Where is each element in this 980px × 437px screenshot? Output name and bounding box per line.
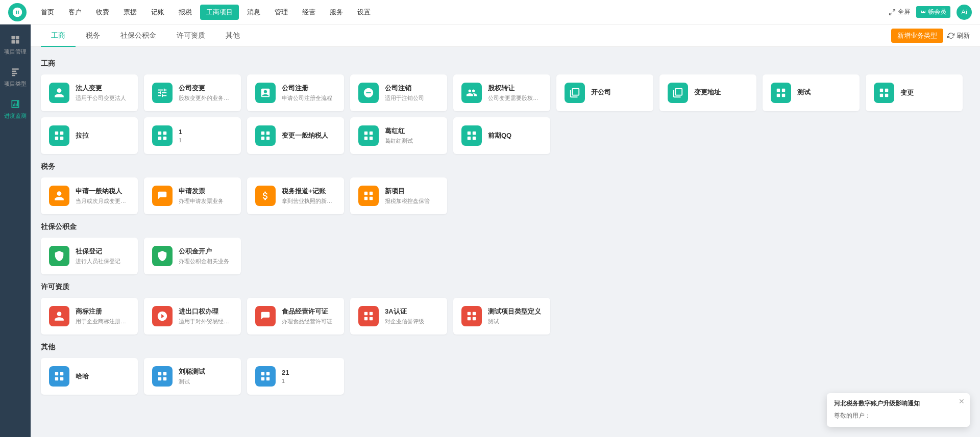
card-kai-gongsi[interactable]: 开公司 xyxy=(556,74,653,111)
svg-rect-55 xyxy=(261,372,264,375)
gongshang-cards: 法人变更 适用于公司变更法人 公司变更 股权变更外的业务变更 公司注册 xyxy=(41,74,970,154)
card-guquan-zhuanrang[interactable]: 股权转让 公司变更需要股权转让 xyxy=(453,74,550,111)
card-text-fazhi: 法人变更 适用于公司变更法人 xyxy=(76,84,130,102)
card-text-qianqi: 前期QQ xyxy=(488,131,542,140)
sidebar-item-project-management[interactable]: 项目管理 xyxy=(0,29,31,61)
card-biangeng-dizhi[interactable]: 变更地址 xyxy=(659,74,756,111)
card-desc: 拿到营业执照的新公司 xyxy=(282,197,336,205)
card-icon-baodao xyxy=(255,186,276,206)
card-gongsi-zhuxiao[interactable]: 公司注销 适用于注销公司 xyxy=(350,74,447,111)
nav-billing[interactable]: 收费 xyxy=(90,5,115,20)
card-jinchuko[interactable]: 进出口权办理 适用于对外贸易经营者 xyxy=(144,298,241,335)
card-qianqi-qq[interactable]: 前期QQ xyxy=(453,117,550,154)
card-shuiwu-baodao[interactable]: 税务报道+记账 拿到营业执照的新公司 xyxy=(247,177,344,214)
card-desc: 适用于公司变更法人 xyxy=(76,94,130,102)
svg-rect-9 xyxy=(777,94,780,97)
tab-xuke[interactable]: 许可资质 xyxy=(166,25,215,47)
nav-ticket[interactable]: 票据 xyxy=(117,5,143,20)
svg-rect-14 xyxy=(885,94,888,97)
svg-rect-12 xyxy=(885,89,888,92)
tab-qita[interactable]: 其他 xyxy=(215,25,250,47)
card-xin-xiangmu[interactable]: 新项目 报税加税控盘保管 xyxy=(350,177,447,214)
card-shebao-dengji[interactable]: 社保登记 进行人员社保登记 xyxy=(41,238,138,274)
card-shenqing-shuiren[interactable]: 申请一般纳税人 当月或次月成变更完成 xyxy=(41,177,138,214)
card-icon-shuiren xyxy=(255,125,276,146)
nav-management[interactable]: 管理 xyxy=(268,5,294,20)
card-ceshi-dinyi[interactable]: 测试项目类型定义 测试 xyxy=(453,298,550,335)
fullscreen-btn[interactable]: 全屏 xyxy=(889,8,910,16)
notification-close-button[interactable]: ✕ xyxy=(959,397,965,405)
sub-tabs-left: 工商 税务 社保公积金 许可资质 其他 xyxy=(41,24,250,46)
card-icon-dizhi xyxy=(668,83,688,103)
sidebar-item-progress-monitor[interactable]: 进度监测 xyxy=(0,93,31,125)
tab-gongshang[interactable]: 工商 xyxy=(41,25,76,47)
svg-rect-46 xyxy=(473,317,476,320)
card-icon-21 xyxy=(255,366,276,387)
card-desc: 葛红红测试 xyxy=(385,137,439,145)
refresh-button[interactable]: 刷新 xyxy=(947,31,970,40)
nav-customer[interactable]: 客户 xyxy=(62,5,88,20)
notification-title: 河北税务数字账户升级影响通知 xyxy=(834,399,963,408)
tab-shebao[interactable]: 社保公积金 xyxy=(110,25,166,47)
card-icon-qianqi xyxy=(461,125,482,146)
card-biangeng2[interactable]: 变更 xyxy=(866,74,963,111)
nav-industry[interactable]: 工商项目 xyxy=(200,5,239,20)
card-shenqing-fapiao[interactable]: 申请发票 办理申请发票业务 xyxy=(144,177,241,214)
fullscreen-label: 全屏 xyxy=(898,8,910,16)
project-type-icon xyxy=(9,66,21,78)
svg-rect-19 xyxy=(158,132,161,135)
nav-bookkeeping[interactable]: 记账 xyxy=(145,5,170,20)
card-shipin-xuke[interactable]: 食品经营许可证 办理食品经营许可证 xyxy=(247,298,344,335)
card-haha[interactable]: 哈哈 xyxy=(41,358,138,395)
tab-shuiwu[interactable]: 税务 xyxy=(76,25,110,47)
card-gongjijin-kaihu[interactable]: 公积金开户 办理公积金相关业务 xyxy=(144,238,241,274)
card-desc: 用于企业商标注册服务 xyxy=(76,318,130,325)
card-desc: 公司变更需要股权转让 xyxy=(488,94,542,102)
card-lala[interactable]: 拉拉 xyxy=(41,117,138,154)
sidebar-item-project-type[interactable]: 项目类型 xyxy=(0,61,31,93)
card-21[interactable]: 21 1 xyxy=(247,358,344,395)
nav-operation[interactable]: 经营 xyxy=(296,5,322,20)
card-name: 公司变更 xyxy=(179,84,233,93)
sidebar-label-project-type: 项目类型 xyxy=(4,80,27,88)
card-text-1: 1 1 xyxy=(179,128,233,143)
card-biangeng-shuiren[interactable]: 变更一般纳税人 xyxy=(247,117,344,154)
card-icon-ceshi-dinyi xyxy=(461,306,482,326)
card-gongsi-zhuce[interactable]: 公司注册 申请公司注册全流程 xyxy=(247,74,344,111)
card-text-gongsi-biangeng: 公司变更 股权变更外的业务变更 xyxy=(179,84,233,102)
card-liucong-ceshi[interactable]: 刘聪测试 测试 xyxy=(144,358,241,395)
nav-message[interactable]: 消息 xyxy=(241,5,266,20)
svg-rect-41 xyxy=(364,317,368,320)
card-icon-shipin xyxy=(255,306,276,326)
svg-rect-32 xyxy=(473,132,476,135)
card-text-gehonghong: 葛红红 葛红红测试 xyxy=(385,126,439,145)
card-3a-renzheng[interactable]: 3A认证 对企业信誉评级 xyxy=(350,298,447,335)
sub-tabs-right: 新增业务类型 刷新 xyxy=(891,29,970,43)
svg-rect-18 xyxy=(60,137,63,140)
app-logo[interactable] xyxy=(8,3,27,21)
card-shangbiao-zhuce[interactable]: 商标注册 用于企业商标注册服务 xyxy=(41,298,138,335)
nav-home[interactable]: 首页 xyxy=(35,5,60,20)
card-gongsi-biangeng[interactable]: 公司变更 股权变更外的业务变更 xyxy=(144,74,241,111)
card-gehonghong[interactable]: 葛红红 葛红红测试 xyxy=(350,117,447,154)
card-name: 前期QQ xyxy=(488,131,542,140)
content-area: 工商 法人变更 适用于公司变更法人 公司变更 股权变更外的业务变更 xyxy=(31,47,980,411)
nav-service[interactable]: 服务 xyxy=(324,5,349,20)
card-text-3a: 3A认证 对企业信誉评级 xyxy=(385,307,439,325)
nav-tax[interactable]: 报税 xyxy=(173,5,198,20)
svg-rect-49 xyxy=(55,377,58,380)
card-text-21: 21 1 xyxy=(282,369,336,384)
card-fazhi[interactable]: 法人变更 适用于公司变更法人 xyxy=(41,74,138,111)
avatar[interactable]: Ai xyxy=(957,5,972,20)
card-text-kai-gongsi: 开公司 xyxy=(591,88,645,98)
card-ceshi[interactable]: 测试 xyxy=(763,74,860,111)
vip-btn[interactable]: 畅会员 xyxy=(916,6,950,18)
progress-monitor-icon xyxy=(9,98,21,110)
card-name: 哈哈 xyxy=(76,372,130,381)
svg-rect-29 xyxy=(364,137,368,140)
card-1[interactable]: 1 1 xyxy=(144,117,241,154)
nav-settings[interactable]: 设置 xyxy=(351,5,377,20)
new-type-button[interactable]: 新增业务类型 xyxy=(891,29,943,43)
card-name: 拉拉 xyxy=(76,131,130,140)
card-text-guquan: 股权转让 公司变更需要股权转让 xyxy=(488,84,542,102)
